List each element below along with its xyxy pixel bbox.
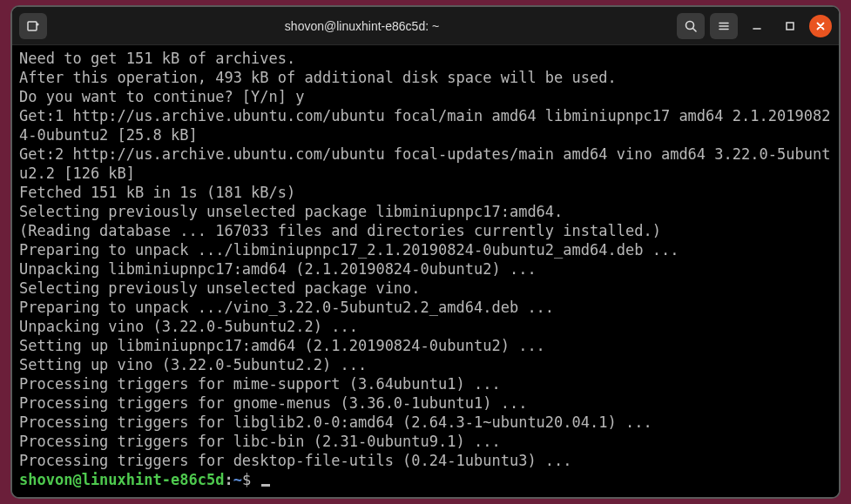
terminal-window: shovon@linuxhint-e86c5d: ~ xyxy=(10,5,841,499)
svg-rect-2 xyxy=(787,23,794,30)
close-button[interactable] xyxy=(809,15,832,37)
cursor xyxy=(261,484,270,487)
maximize-button[interactable] xyxy=(776,13,804,39)
prompt-colon: : xyxy=(224,471,233,488)
svg-rect-0 xyxy=(28,22,37,30)
minimize-icon xyxy=(751,20,763,32)
close-icon xyxy=(815,21,826,31)
search-button[interactable] xyxy=(677,13,705,39)
prompt-user-host: shovon@linuxhint-e86c5d xyxy=(19,471,224,488)
search-icon xyxy=(684,19,698,33)
prompt-symbol: $ xyxy=(242,471,251,488)
new-tab-icon xyxy=(26,19,40,33)
menu-button[interactable] xyxy=(710,13,738,39)
hamburger-icon xyxy=(717,19,731,33)
minimize-button[interactable] xyxy=(743,13,771,39)
prompt-path: ~ xyxy=(233,471,242,488)
titlebar: shovon@linuxhint-e86c5d: ~ xyxy=(12,7,839,45)
new-tab-button[interactable] xyxy=(19,13,47,39)
maximize-icon xyxy=(784,20,796,32)
window-title: shovon@linuxhint-e86c5d: ~ xyxy=(47,19,677,33)
terminal-output[interactable]: Need to get 151 kB of archives. After th… xyxy=(12,45,839,497)
terminal-lines: Need to get 151 kB of archives. After th… xyxy=(19,50,830,469)
